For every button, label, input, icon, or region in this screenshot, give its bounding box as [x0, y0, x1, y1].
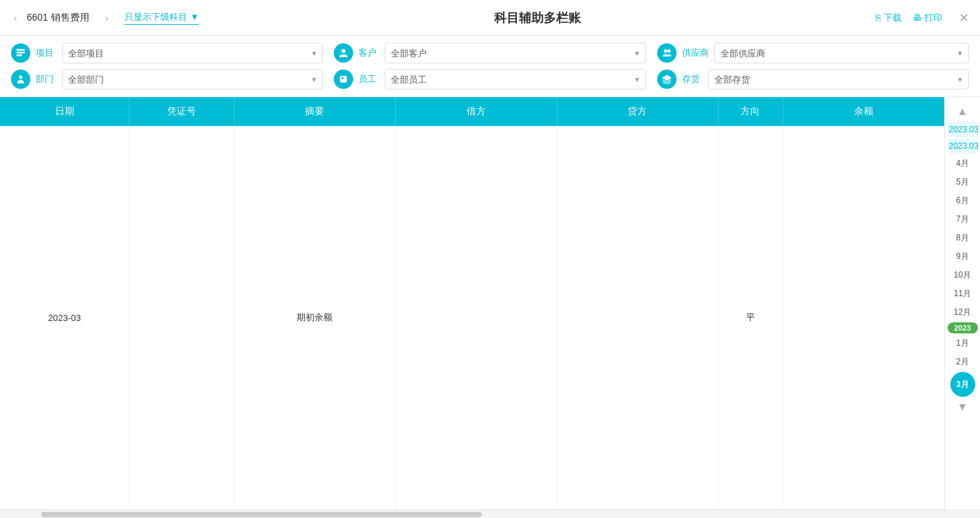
cell-credit: [557, 126, 718, 510]
project-select-wrapper: 全部项目 ▼: [62, 43, 323, 63]
filter-item-department: 部门 全部部门 ▼: [11, 69, 323, 90]
filter-item-customer: 客户 全部客户 ▼: [334, 43, 646, 63]
top-actions: ⎘ 下载 🖶 打印 ✕: [875, 10, 969, 25]
sidebar-month-8[interactable]: 8月: [948, 229, 978, 247]
col-credit: 贷方: [557, 97, 718, 126]
filter-item-supplier: 供应商 全部供应商 ▼: [657, 43, 969, 63]
employee-icon: [334, 70, 353, 89]
filter-row-1: 项目 全部项目 ▼ 客户 全部客户: [11, 43, 969, 63]
page-title: 科目辅助多栏账: [206, 10, 869, 26]
sidebar-month-3-active[interactable]: 3月: [950, 372, 975, 397]
table-row: 2023-03 期初余额 平: [0, 126, 944, 510]
table-container: 日期 凭证号 摘要 借方 贷方 方向 余额 2023-03 期初余额: [0, 97, 980, 510]
cell-date: 2023-03: [0, 126, 129, 510]
sidebar-month-1[interactable]: 1月: [948, 335, 978, 352]
svg-rect-6: [340, 76, 347, 83]
svg-point-3: [663, 50, 667, 53]
supplier-icon: [657, 43, 677, 63]
next-account-arrow[interactable]: ›: [103, 11, 111, 25]
col-date: 日期: [0, 97, 129, 126]
col-balance: 余额: [782, 97, 944, 126]
svg-point-4: [667, 50, 670, 53]
supplier-select-wrapper: 全部供应商 ▼: [714, 43, 969, 63]
sidebar-month-9[interactable]: 9月: [948, 248, 978, 265]
sidebar-month-10[interactable]: 10月: [948, 267, 978, 284]
supplier-label: 供应商: [682, 47, 709, 59]
department-select[interactable]: 全部部门: [62, 69, 323, 90]
project-label: 项目: [36, 47, 56, 59]
sidebar-up-arrow[interactable]: ▲: [955, 103, 971, 121]
inventory-select-wrapper: 全部存货 ▼: [708, 69, 969, 90]
sidebar-month-12[interactable]: 12月: [948, 304, 978, 321]
print-button[interactable]: 🖶 打印: [913, 12, 942, 24]
inventory-select[interactable]: 全部存货: [708, 69, 969, 90]
cell-summary: 期初余额: [234, 126, 396, 510]
download-icon: ⎘: [875, 12, 881, 23]
inventory-label: 存货: [682, 73, 703, 85]
filter-item-project: 项目 全部项目 ▼: [11, 43, 323, 63]
department-icon: [11, 70, 30, 89]
customer-select-wrapper: 全部客户 ▼: [385, 43, 646, 63]
top-bar: ‹ 6601 销售费用 › 只显示下级科目 ▼ 科目辅助多栏账 ⎘ 下载 🖶 打…: [0, 0, 980, 36]
show-sub-accounts-button[interactable]: 只显示下级科目 ▼: [125, 11, 199, 25]
sidebar-month-11[interactable]: 11月: [948, 285, 978, 302]
svg-rect-2: [17, 54, 22, 56]
sidebar-year-2023-badge[interactable]: 2023: [948, 322, 978, 333]
employee-select-wrapper: 全部员工 ▼: [385, 69, 646, 90]
svg-rect-1: [17, 52, 25, 54]
sidebar-month-4[interactable]: 4月: [948, 155, 978, 172]
col-debit: 借方: [396, 97, 557, 126]
close-button[interactable]: ✕: [959, 10, 969, 25]
prev-account-arrow[interactable]: ‹: [11, 11, 20, 25]
customer-icon: [334, 43, 353, 63]
cell-debit: [396, 126, 557, 510]
sidebar-down-arrow[interactable]: ▼: [955, 398, 971, 416]
account-code-label: 6601 销售费用: [27, 12, 96, 24]
print-icon: 🖶: [913, 12, 922, 23]
employee-select[interactable]: 全部员工: [385, 69, 646, 90]
customer-label: 客户: [359, 47, 379, 59]
main-window: ‹ 6601 销售费用 › 只显示下级科目 ▼ 科目辅助多栏账 ⎘ 下载 🖶 打…: [0, 0, 980, 518]
col-summary: 摘要: [234, 97, 396, 126]
svg-point-5: [19, 76, 23, 79]
project-icon: [11, 43, 30, 63]
filter-item-inventory: 存货 全部存货 ▼: [657, 69, 969, 90]
svg-rect-0: [17, 49, 25, 51]
customer-select[interactable]: 全部客户: [385, 43, 646, 63]
filter-bar: 项目 全部项目 ▼ 客户 全部客户: [0, 36, 980, 97]
right-sidebar: ▲ 2023.03 2023.03 4月 5月 6月 7月 8月: [944, 97, 980, 510]
dropdown-arrow-icon: ▼: [190, 12, 199, 22]
bottom-scrollbar[interactable]: [0, 510, 980, 518]
download-button[interactable]: ⎘ 下载: [875, 12, 902, 24]
inventory-icon: [657, 70, 677, 89]
sidebar-month-5[interactable]: 5月: [948, 174, 978, 191]
sidebar-month-2023-03-top1[interactable]: 2023.03: [948, 122, 978, 137]
sidebar-month-2023-03-top2[interactable]: 2023.03: [948, 138, 978, 154]
cell-voucher: [129, 126, 234, 510]
department-select-wrapper: 全部部门 ▼: [62, 69, 323, 90]
data-table: 日期 凭证号 摘要 借方 贷方 方向 余额 2023-03 期初余额: [0, 97, 944, 510]
sidebar-month-7[interactable]: 7月: [948, 211, 978, 228]
sidebar-month-2[interactable]: 2月: [948, 353, 978, 371]
project-select[interactable]: 全部项目: [62, 43, 323, 63]
cell-direction: 平: [718, 126, 783, 510]
col-voucher: 凭证号: [129, 97, 234, 126]
col-direction: 方向: [718, 97, 783, 126]
filter-row-2: 部门 全部部门 ▼ 员工: [11, 69, 969, 90]
supplier-select[interactable]: 全部供应商: [714, 43, 969, 63]
table-header-row: 日期 凭证号 摘要 借方 贷方 方向 余额: [0, 97, 944, 126]
svg-rect-7: [341, 77, 343, 79]
cell-balance: [782, 126, 944, 510]
department-label: 部门: [36, 73, 56, 85]
employee-label: 员工: [359, 73, 379, 85]
scrollbar-thumb: [41, 512, 482, 517]
filter-item-employee: 员工 全部员工 ▼: [334, 69, 646, 90]
sidebar-month-6[interactable]: 6月: [948, 192, 978, 209]
